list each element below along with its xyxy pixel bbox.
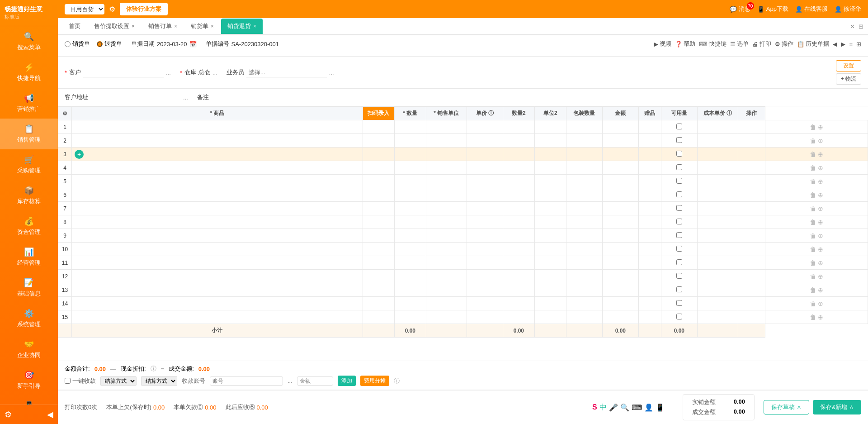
row-available-6[interactable] [697,188,738,202]
row-available-8[interactable] [697,215,738,229]
row-amount-12[interactable] [638,270,661,283]
delete-btn-6[interactable]: 🗑 [810,191,816,199]
tabbar-menu-icon[interactable]: ⊞ [859,23,863,30]
th-scan[interactable]: 扫码录入 [363,107,394,120]
copy-btn-8[interactable]: ⊕ [818,219,823,226]
row-qty-8[interactable] [426,215,467,229]
sidebar-item-search[interactable]: 🔍 搜索菜单 [0,26,58,57]
row-unit2-11[interactable] [566,256,602,270]
account-input[interactable] [210,376,283,386]
tool-history[interactable]: 📋 历史单据 [797,40,829,48]
row-cost-price-12[interactable] [738,270,765,283]
calc-method-select[interactable]: 结算方式 [141,376,177,386]
delete-btn-4[interactable]: 🗑 [810,164,816,172]
view-list-icon[interactable]: ≡ [849,41,853,48]
row-product-11[interactable] [363,256,394,270]
row-cost-price-9[interactable] [738,229,765,243]
row-price-13[interactable] [503,283,534,297]
copy-btn-2[interactable]: ⊕ [818,137,823,144]
tab-sales-bill-close[interactable]: × [211,23,214,29]
staff-dots[interactable]: ... [329,69,334,76]
row-price-11[interactable] [503,256,534,270]
row-qty2-6[interactable] [534,188,566,202]
tool-print[interactable]: 🖨 打印 [752,40,771,48]
row-price-10[interactable] [503,243,534,256]
row-unit-6[interactable] [467,188,503,202]
view-grid-icon[interactable]: ⊞ [856,41,861,48]
row-gear-15[interactable] [72,310,363,324]
row-cost-price-10[interactable] [738,243,765,256]
row-scan-2[interactable] [394,134,426,148]
product-input-3[interactable] [366,151,392,157]
gift-check-1[interactable] [676,124,682,129]
row-pack-qty-11[interactable] [602,256,638,270]
row-amount-15[interactable] [638,310,661,324]
tab-home[interactable]: 首页 [62,19,87,34]
row-price-14[interactable] [503,297,534,310]
row-cost-price-6[interactable] [738,188,765,202]
row-price-7[interactable] [503,202,534,215]
row-qty-2[interactable] [426,134,467,148]
row-available-13[interactable] [697,283,738,297]
tab-sales-bill[interactable]: 销货单 × [184,19,220,34]
row-amount-1[interactable] [638,120,661,134]
sidebar-collapse-icon[interactable]: ◀ [47,410,53,419]
row-available-4[interactable] [697,161,738,175]
delete-btn-2[interactable]: 🗑 [810,137,816,144]
date-value[interactable]: 2023-03-20 [157,41,187,48]
gift-check-4[interactable] [676,164,682,170]
warehouse-dots[interactable]: ... [212,69,217,76]
row-unit-14[interactable] [467,297,503,310]
fee-help-icon[interactable]: ⓘ [394,377,400,385]
settings-btn[interactable]: 设置 [836,60,861,71]
copy-btn-3[interactable]: ⊕ [818,151,823,158]
row-price-12[interactable] [503,270,534,283]
sidebar-item-operations[interactable]: 📊 经营管理 [0,242,58,272]
row-amount-13[interactable] [638,283,661,297]
row-gift-12[interactable] [661,270,697,283]
row-qty-10[interactable] [426,243,467,256]
row-available-1[interactable] [697,120,738,134]
row-gift-15[interactable] [661,310,697,324]
copy-btn-4[interactable]: ⊕ [818,164,823,172]
row-unit2-13[interactable] [566,283,602,297]
copy-btn-1[interactable]: ⊕ [818,124,823,131]
row-qty2-13[interactable] [534,283,566,297]
tool-select[interactable]: ☰ 选单 [730,40,749,48]
row-qty2-12[interactable] [534,270,566,283]
copy-btn-9[interactable]: ⊕ [818,232,823,239]
row-pack-qty-2[interactable] [602,134,638,148]
row-unit2-3[interactable] [566,148,602,161]
row-price-4[interactable] [503,161,534,175]
row-gear-7[interactable] [72,202,363,215]
radio-return-bill[interactable]: 退货单 [97,40,122,48]
row-unit2-7[interactable] [566,202,602,215]
row-product-5[interactable] [363,175,394,188]
row-scan-11[interactable] [394,256,426,270]
row-unit2-9[interactable] [566,229,602,243]
row-unit2-2[interactable] [566,134,602,148]
copy-btn-7[interactable]: ⊕ [818,205,823,212]
row-available-7[interactable] [697,202,738,215]
row-qty2-8[interactable] [534,215,566,229]
tool-shortcut[interactable]: ⌨ 快捷键 [699,40,726,48]
row-amount-2[interactable] [638,134,661,148]
topbar-gear-icon[interactable]: ⚙ [109,5,115,14]
row-gift-6[interactable] [661,188,697,202]
customer-dots[interactable]: ... [166,69,171,76]
row-qty-5[interactable] [426,175,467,188]
nav-next-icon[interactable]: ▶ [841,41,845,48]
row-scan-10[interactable] [394,243,426,256]
row-gift-4[interactable] [661,161,697,175]
row-price-2[interactable] [503,134,534,148]
save-new-btn[interactable]: 保存&新增 ∧ [813,400,861,414]
row-unit2-12[interactable] [566,270,602,283]
row-unit2-14[interactable] [566,297,602,310]
tab-price-extract[interactable]: 售价提取设置 × [88,19,141,34]
row-amount-8[interactable] [638,215,661,229]
sidebar-item-basicinfo[interactable]: 📝 基础信息 [0,272,58,303]
row-unit2-6[interactable] [566,188,602,202]
row-qty-9[interactable] [426,229,467,243]
gift-check-11[interactable] [676,259,682,265]
row-pack-qty-14[interactable] [602,297,638,310]
